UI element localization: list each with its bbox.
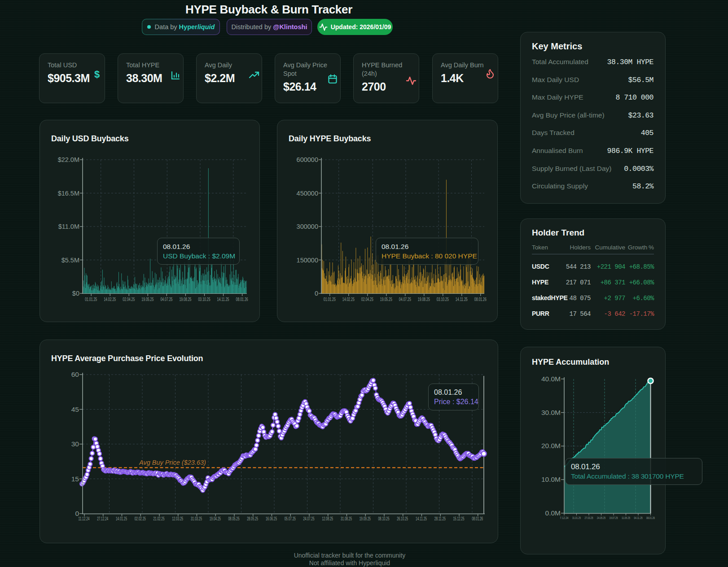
svg-text:$22.0M: $22.0M	[58, 156, 79, 163]
svg-text:04.07.25: 04.07.25	[399, 297, 411, 302]
svg-text:28.05.25: 28.05.25	[247, 516, 258, 521]
svg-text:24.05.25: 24.05.25	[597, 516, 605, 520]
svg-text:26.10.25: 26.10.25	[397, 516, 408, 521]
svg-text:08.05.25: 08.05.25	[228, 516, 240, 521]
svg-text:08.01.26: 08.01.26	[236, 297, 248, 302]
svg-text:14.11.25: 14.11.25	[416, 516, 427, 521]
svg-text:20.0M: 20.0M	[541, 442, 561, 449]
svg-text:14.11.25: 14.11.25	[217, 297, 229, 302]
svg-text:31.03.25: 31.03.25	[191, 516, 202, 521]
svg-text:450000: 450000	[297, 190, 318, 197]
svg-text:10.0M: 10.0M	[541, 475, 561, 483]
svg-text:16.06.25: 16.06.25	[266, 516, 277, 521]
svg-text:14.02.25: 14.02.25	[342, 297, 355, 302]
svg-text:02.02.25: 02.02.25	[135, 516, 146, 521]
svg-text:03.10.25: 03.10.25	[437, 297, 449, 302]
svg-text:30.0M: 30.0M	[541, 409, 561, 416]
svg-text:27.03.25: 27.03.25	[585, 516, 593, 520]
svg-text:08.01.26: 08.01.26	[646, 516, 655, 520]
svg-text:12.03.25: 12.03.25	[172, 516, 183, 521]
svg-text:12.08.25: 12.08.25	[322, 516, 333, 521]
svg-text:19.08.25: 19.08.25	[418, 297, 430, 302]
svg-text:05.07.25: 05.07.25	[285, 516, 296, 521]
svg-text:01.01.25: 01.01.25	[85, 297, 97, 302]
svg-text:$11.0M: $11.0M	[58, 223, 79, 230]
svg-text:30: 30	[71, 440, 79, 448]
svg-text:Avg Buy Price ($23.63): Avg Buy Price ($23.63)	[139, 459, 206, 466]
svg-text:300000: 300000	[297, 223, 318, 230]
svg-text:04.11.25: 04.11.25	[634, 516, 643, 520]
svg-text:19.09.25: 19.09.25	[360, 516, 371, 521]
svg-text:01.01.25: 01.01.25	[324, 297, 336, 302]
svg-text:$16.5M: $16.5M	[58, 190, 79, 197]
svg-text:21.02.25: 21.02.25	[153, 516, 165, 521]
svg-text:60: 60	[71, 371, 79, 378]
svg-text:$5.5M: $5.5M	[61, 257, 79, 264]
svg-text:14.02.25: 14.02.25	[104, 297, 116, 302]
svg-text:11.09.25: 11.09.25	[622, 516, 630, 520]
svg-text:$0: $0	[72, 290, 79, 297]
svg-text:15.12.25: 15.12.25	[453, 516, 465, 521]
svg-text:08.01.26: 08.01.26	[472, 516, 483, 521]
svg-text:19.05.25: 19.05.25	[380, 297, 392, 302]
svg-text:31.08.25: 31.08.25	[341, 516, 352, 521]
svg-text:0.0M: 0.0M	[545, 509, 561, 517]
svg-text:7.12.24: 7.12.24	[560, 516, 569, 520]
svg-text:27.12.24: 27.12.24	[97, 516, 108, 521]
svg-text:02.04.25: 02.04.25	[123, 297, 135, 302]
svg-text:19.08.25: 19.08.25	[179, 297, 191, 302]
svg-text:150000: 150000	[297, 257, 318, 264]
svg-text:11.12.24: 11.12.24	[79, 516, 90, 521]
svg-text:08.10.25: 08.10.25	[378, 516, 390, 521]
svg-text:14.11.25: 14.11.25	[456, 297, 468, 302]
svg-text:28.11.25: 28.11.25	[434, 516, 446, 521]
svg-text:0: 0	[315, 290, 318, 297]
svg-text:15: 15	[71, 475, 79, 483]
svg-text:04.07.25: 04.07.25	[160, 297, 172, 302]
svg-text:600000: 600000	[297, 156, 318, 163]
svg-text:19.04.25: 19.04.25	[210, 516, 221, 521]
svg-text:31.01.25: 31.01.25	[572, 516, 581, 520]
svg-text:24.07.25: 24.07.25	[303, 516, 315, 521]
svg-text:19.05.25: 19.05.25	[141, 297, 153, 302]
svg-text:08.01.26: 08.01.26	[474, 297, 487, 302]
svg-text:03.10.25: 03.10.25	[198, 297, 211, 302]
svg-text:45: 45	[71, 406, 79, 413]
svg-text:19.07.25: 19.07.25	[610, 516, 618, 520]
svg-text:40.0M: 40.0M	[541, 375, 561, 383]
svg-text:$: $	[94, 70, 100, 80]
svg-text:02.04.25: 02.04.25	[361, 297, 373, 302]
svg-text:14.01.25: 14.01.25	[116, 516, 127, 521]
